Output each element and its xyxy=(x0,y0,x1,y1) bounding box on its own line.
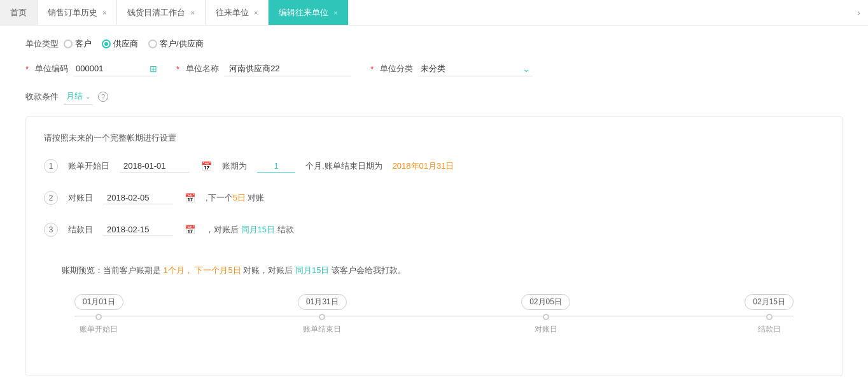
timeline-point-2: 01月31日 账单结束日 xyxy=(298,294,347,335)
payment-terms-label: 收款条件 xyxy=(25,91,59,102)
unit-code-input-wrapper: ⊞ xyxy=(73,61,157,76)
unit-category-label: 单位分类 xyxy=(380,63,413,74)
timeline-dot-4 xyxy=(766,314,773,320)
step-2-calendar-icon[interactable]: 📅 xyxy=(185,193,195,203)
step-1-period-end: 2018年01月31日 xyxy=(393,160,454,172)
step-1-calendar-icon[interactable]: 📅 xyxy=(201,161,212,171)
step-3-row: 3 结款日 📅 ，对账后 同月15日 结款 xyxy=(44,223,824,237)
timeline-label-3: 对账日 xyxy=(535,324,557,335)
tab-edit-partner-close[interactable]: × xyxy=(333,9,337,17)
payment-terms-select[interactable]: 月结 ⌄ xyxy=(64,88,93,105)
timeline-dot-3 xyxy=(543,314,549,320)
payment-terms-field: 收款条件 月结 ⌄ ? xyxy=(25,88,108,105)
unit-code-label: 单位编码 xyxy=(35,63,68,74)
preview-section: 账期预览：当前客户账期是 1个月， 下一个月5日 对账，对账后 同月15日 该客… xyxy=(44,255,824,360)
step-3-label: 结款日 xyxy=(68,224,93,236)
step-2-num: 2 xyxy=(44,191,58,205)
main-content: 单位类型 客户 供应商 客户/供应商 * 单位编码 xyxy=(0,25,868,387)
tab-partner[interactable]: 往来单位 × xyxy=(206,0,269,25)
unit-name-field: * 单位名称 xyxy=(176,61,351,76)
tab-sales-history-label: 销售订单历史 xyxy=(48,7,97,18)
unit-category-field: * 单位分类 未分类 ⌄ xyxy=(370,62,533,76)
timeline-dot-1 xyxy=(95,314,102,320)
radio-supplier-label: 供应商 xyxy=(113,38,138,50)
card-title: 请按照未来的一个完整帐期进行设置 xyxy=(44,132,824,144)
preview-part2: 下一个月5日 xyxy=(195,265,241,275)
timeline-track-row: 01月01日 账单开始日 01月31日 账单结束日 xyxy=(62,294,806,335)
step-1-period-input[interactable] xyxy=(257,160,295,172)
timeline-tag-1: 01月01日 xyxy=(74,294,123,310)
preview-label: 账期预览：当前客户账期是 xyxy=(62,265,161,275)
step-1-label: 账单开始日 xyxy=(68,160,109,172)
radio-customer-supplier[interactable]: 客户/供应商 xyxy=(148,38,204,50)
tab-partner-close[interactable]: × xyxy=(254,9,258,17)
timeline-point-1: 01月01日 账单开始日 xyxy=(74,294,123,335)
timeline-label-1: 账单开始日 xyxy=(80,324,118,335)
step-3-date-input[interactable] xyxy=(103,223,173,236)
step-1-row: 1 账单开始日 📅 账期为 个月,账单结束日期为 2018年01月31日 xyxy=(44,159,824,173)
unit-type-field: 单位类型 客户 供应商 客户/供应商 xyxy=(25,38,204,50)
timeline-tag-4: 02月15日 xyxy=(745,294,794,310)
tab-cashflow-label: 钱货日清工作台 xyxy=(127,7,185,18)
payment-terms-help-icon[interactable]: ? xyxy=(98,92,108,102)
preview-part3: 对账，对账后 xyxy=(243,265,293,275)
tab-home-label: 首页 xyxy=(10,7,27,18)
radio-supplier-circle xyxy=(102,39,111,48)
tab-edit-partner[interactable]: 编辑往来单位 × xyxy=(269,0,347,25)
timeline-points: 01月01日 账单开始日 01月31日 账单结束日 xyxy=(62,294,806,335)
unit-name-star: * xyxy=(176,64,179,74)
step-1-period-label: 账期为 xyxy=(222,160,247,172)
step-2-row: 2 对账日 📅 ,下一个5日 对账 xyxy=(44,191,824,205)
step-2-highlight: 5日 xyxy=(233,193,246,202)
unit-category-select[interactable]: 未分类 ⌄ xyxy=(418,62,533,76)
payment-terms-arrow-icon: ⌄ xyxy=(85,93,90,100)
period-card: 请按照未来的一个完整帐期进行设置 1 账单开始日 📅 账期为 个月,账单结束日期… xyxy=(25,116,843,376)
step-3-highlight: 同月15日 xyxy=(241,225,275,234)
step-3-calendar-icon[interactable]: 📅 xyxy=(185,225,195,235)
timeline: 01月01日 账单开始日 01月31日 账单结束日 xyxy=(62,294,806,360)
unit-type-row: 单位类型 客户 供应商 客户/供应商 xyxy=(25,38,843,50)
step-2-desc: ,下一个5日 对账 xyxy=(206,192,264,204)
step-1-period-unit: 个月,账单结束日期为 xyxy=(305,160,382,172)
unit-info-row: * 单位编码 ⊞ * 单位名称 * 单位分类 未分类 ⌄ xyxy=(25,61,843,76)
step-3-desc: ，对账后 同月15日 结款 xyxy=(206,224,294,236)
tab-arrow[interactable]: › xyxy=(850,8,868,18)
radio-customer[interactable]: 客户 xyxy=(64,38,92,50)
unit-category-star: * xyxy=(370,64,374,74)
radio-customer-supplier-circle xyxy=(148,39,157,48)
unit-code-field: * 单位编码 ⊞ xyxy=(25,61,157,76)
preview-part4: 同月15日 xyxy=(295,265,329,275)
preview-part5: 该客户会给我打款。 xyxy=(332,265,406,275)
unit-category-arrow-icon: ⌄ xyxy=(522,64,530,74)
radio-customer-supplier-label: 客户/供应商 xyxy=(160,38,204,50)
step-1-num: 1 xyxy=(44,159,58,173)
unit-category-value: 未分类 xyxy=(421,63,522,74)
payment-terms-select-wrapper: 月结 ⌄ ? xyxy=(64,88,108,105)
tab-bar: 首页 销售订单历史 × 钱货日清工作台 × 往来单位 × 编辑往来单位 × › xyxy=(0,0,868,25)
step-1-date-input[interactable] xyxy=(120,160,190,172)
unit-code-input[interactable] xyxy=(73,61,150,76)
timeline-tag-3: 02月05日 xyxy=(521,294,570,310)
payment-terms-value: 月结 xyxy=(66,90,83,102)
tab-cashflow[interactable]: 钱货日清工作台 × xyxy=(117,0,205,25)
unit-type-label: 单位类型 xyxy=(25,38,59,50)
timeline-label-4: 结款日 xyxy=(758,324,781,335)
timeline-point-3: 02月05日 对账日 xyxy=(521,294,570,335)
tab-sales-history-close[interactable]: × xyxy=(102,9,106,17)
timeline-dot-2 xyxy=(319,314,325,320)
tab-sales-history[interactable]: 销售订单历史 × xyxy=(38,0,117,25)
unit-code-icon[interactable]: ⊞ xyxy=(150,64,157,74)
tab-cashflow-close[interactable]: × xyxy=(190,9,194,17)
tab-partner-label: 往来单位 xyxy=(216,7,249,18)
payment-terms-row: 收款条件 月结 ⌄ ? xyxy=(25,88,843,105)
tab-edit-partner-label: 编辑往来单位 xyxy=(279,7,328,18)
timeline-tag-2: 01月31日 xyxy=(298,294,347,310)
step-2-date-input[interactable] xyxy=(103,192,173,204)
tab-home[interactable]: 首页 xyxy=(0,0,38,25)
radio-customer-circle xyxy=(64,39,73,48)
step-3-num: 3 xyxy=(44,223,58,237)
unit-code-star: * xyxy=(25,64,29,74)
timeline-point-4: 02月15日 结款日 xyxy=(745,294,794,335)
unit-name-input[interactable] xyxy=(224,61,351,76)
radio-supplier[interactable]: 供应商 xyxy=(102,38,138,50)
